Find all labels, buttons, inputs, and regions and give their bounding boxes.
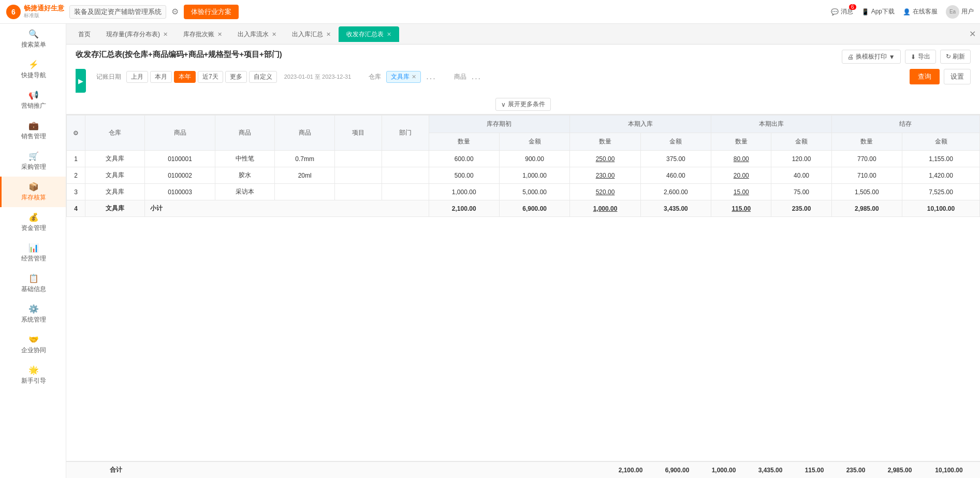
total-opening-qty: 2,100.00 (607, 467, 654, 474)
row-goods-spec (275, 184, 335, 200)
row-out-qty[interactable]: 15.00 (711, 184, 771, 200)
date-btn-this-year[interactable]: 本年 (174, 71, 196, 83)
sidebar-item-sales[interactable]: 💼 销售管理 (0, 115, 66, 146)
row-balance-amt: 1,155.00 (902, 151, 980, 167)
chevron-down-icon: ▼ (889, 53, 895, 61)
tab-close-batch[interactable]: ✕ (217, 31, 222, 38)
sidebar-item-purchase[interactable]: 🛒 采购管理 (0, 146, 66, 177)
date-filter-group: 上月 本月 本年 近7天 更多 自定义 (126, 71, 277, 83)
row-opening-qty: 500.00 (429, 167, 499, 184)
col-balance-qty: 数量 (831, 133, 902, 151)
refresh-button[interactable]: ↻ 刷新 (940, 50, 971, 64)
sidebar-item-finance[interactable]: 💰 资金管理 (0, 207, 66, 238)
tab-close-inout-flow[interactable]: ✕ (272, 31, 276, 38)
data-table-container: ⚙ 仓库 商品 商品 商品 项目 部门 库存期初 本期入库 本期出库 结存 (66, 115, 980, 461)
date-btn-last-month[interactable]: 上月 (126, 71, 148, 83)
filter-toggle-button[interactable]: ▶ (76, 69, 86, 93)
col-group-out: 本期出库 (711, 115, 831, 133)
table-row: 2 文具库 0100002 胶水 20ml 500.00 1,000.00 23… (67, 167, 980, 184)
col-department: 部门 (382, 115, 429, 151)
col-settings[interactable]: ⚙ (67, 115, 85, 151)
row-num: 2 (67, 167, 85, 184)
col-group-in: 本期入库 (570, 115, 711, 133)
subtotal-label: 小计 (144, 200, 429, 217)
total-balance-qty: 2,985.00 (876, 467, 923, 474)
online-service-button[interactable]: 👤 在线客服 (903, 7, 938, 16)
settings-icon[interactable]: ⚙ (171, 7, 179, 17)
logo-icon: 6 (6, 5, 21, 19)
message-icon: 💬 (831, 8, 839, 16)
subtotal-out-qty[interactable]: 115.00 (711, 200, 771, 217)
row-in-qty[interactable]: 250.00 (570, 151, 640, 167)
close-all-tabs-button[interactable]: ✕ (969, 29, 976, 39)
guide-icon: 🌟 (28, 365, 39, 375)
expand-icon: ∨ (501, 101, 506, 108)
search-icon: 🔍 (28, 29, 39, 39)
tab-home[interactable]: 首页 (70, 26, 98, 42)
tab-close-inout-summary[interactable]: ✕ (326, 31, 331, 38)
date-btn-7days[interactable]: 近7天 (198, 71, 223, 83)
refresh-icon: ↻ (946, 53, 951, 60)
row-balance-qty: 1,505.00 (831, 184, 902, 200)
total-in-amt: 3,435.00 (747, 467, 794, 474)
date-btn-custom[interactable]: 自定义 (249, 71, 277, 83)
settings-button[interactable]: 设置 (944, 69, 971, 84)
row-goods-code: 0100002 (144, 167, 215, 184)
tab-close-stock-dist[interactable]: ✕ (163, 31, 168, 38)
row-in-amt: 460.00 (640, 167, 711, 184)
row-out-qty[interactable]: 80.00 (711, 151, 771, 167)
row-goods-code: 0100001 (144, 151, 215, 167)
sidebar-item-marketing[interactable]: 📢 营销推广 (0, 85, 66, 115)
tab-inout-flow[interactable]: 出入库流水 ✕ (230, 26, 284, 42)
tab-stock-dist[interactable]: 现存量(库存分布表) ✕ (98, 26, 175, 42)
sidebar-item-inventory[interactable]: 📦 库存核算 (0, 177, 66, 207)
purchase-icon: 🛒 (28, 151, 39, 161)
total-out-amt: 235.00 (835, 467, 876, 474)
query-button[interactable]: 查询 (910, 69, 940, 84)
row-in-amt: 2,600.00 (640, 184, 711, 200)
row-balance-amt: 7,525.00 (902, 184, 980, 200)
tab-inout-summary[interactable]: 出入库汇总 ✕ (284, 26, 339, 42)
expand-conditions-button[interactable]: ∨ 展开更多条件 (495, 98, 551, 111)
subtotal-out-amt: 235.00 (771, 200, 831, 217)
goods-more-dots[interactable]: ... (472, 72, 481, 81)
subtotal-in-qty[interactable]: 1,000.00 (570, 200, 640, 217)
table-row: 1 文具库 0100001 中性笔 0.7mm 600.00 900.00 25… (67, 151, 980, 167)
row-out-amt: 40.00 (771, 167, 831, 184)
export-button[interactable]: ⬇ 导出 (905, 50, 936, 64)
total-bar: 合计 2,100.00 6,900.00 1,000.00 3,435.00 1… (66, 461, 980, 478)
col-goods-name: 商品 (215, 115, 275, 151)
data-table: ⚙ 仓库 商品 商品 商品 项目 部门 库存期初 本期入库 本期出库 结存 (66, 115, 980, 217)
tab-close-recv-send[interactable]: ✕ (387, 31, 391, 38)
row-opening-amt: 5,000.00 (499, 184, 569, 200)
sidebar-item-quick-nav[interactable]: ⚡ 快捷导航 (0, 54, 66, 85)
warehouse-more-dots[interactable]: ... (426, 72, 436, 81)
goods-filter-label: 商品 (454, 73, 466, 81)
subtotal-warehouse: 文具库 (85, 200, 145, 217)
sidebar-item-system[interactable]: ⚙️ 系统管理 (0, 299, 66, 329)
service-icon: 👤 (903, 8, 911, 16)
print-button[interactable]: 🖨 换模板打印 ▼ (842, 50, 901, 64)
sidebar-item-base-info[interactable]: 📋 基础信息 (0, 268, 66, 299)
row-num: 3 (67, 184, 85, 200)
tab-recv-send[interactable]: 收发存汇总表 ✕ (339, 26, 399, 42)
user-menu[interactable]: Ea 用户 (946, 5, 974, 19)
sidebar-item-search[interactable]: 🔍 搜索菜单 (0, 24, 66, 54)
date-btn-this-month[interactable]: 本月 (150, 71, 172, 83)
sidebar-item-operations[interactable]: 📊 经营管理 (0, 238, 66, 268)
sidebar-item-guide[interactable]: 🌟 新手引导 (0, 360, 66, 390)
try-button[interactable]: 体验行业方案 (184, 5, 239, 19)
table-row: 3 文具库 0100003 采访本 1,000.00 5,000.00 520.… (67, 184, 980, 200)
app-download-button[interactable]: 📱 App下载 (861, 7, 895, 16)
row-in-qty[interactable]: 230.00 (570, 167, 640, 184)
tab-bar: 首页 现存量(库存分布表) ✕ 库存批次账 ✕ 出入库流水 ✕ 出入库汇总 ✕ (66, 24, 980, 45)
warehouse-tag-close[interactable]: ✕ (412, 74, 416, 80)
message-button[interactable]: 💬 消息 6 (831, 7, 853, 16)
sidebar-item-cooperation[interactable]: 🤝 企业协同 (0, 329, 66, 360)
date-btn-more[interactable]: 更多 (225, 71, 247, 83)
subtotal-in-amt: 3,435.00 (640, 200, 711, 217)
row-out-qty[interactable]: 20.00 (711, 167, 771, 184)
col-opening-amt: 金额 (499, 133, 569, 151)
tab-batch[interactable]: 库存批次账 ✕ (175, 26, 230, 42)
row-in-qty[interactable]: 520.00 (570, 184, 640, 200)
